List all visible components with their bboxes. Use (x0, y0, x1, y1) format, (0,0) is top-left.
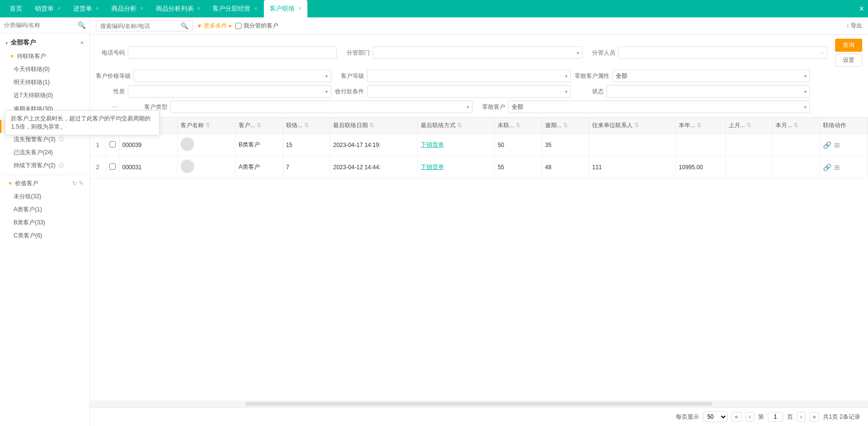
th-contact-person[interactable]: 往来单位联系人⇅ (589, 118, 676, 134)
sidebar-collapse-btn[interactable]: « (80, 39, 84, 46)
sidebar-item-ungrouped[interactable]: 未分组(32) (0, 190, 90, 203)
th-contact[interactable]: 联络...⇅ (283, 118, 330, 134)
customer-type-select[interactable]: ▾ (170, 101, 472, 113)
link-action-icon[interactable]: 🔗 (823, 141, 831, 149)
export-button[interactable]: ↑ 导出 (846, 22, 862, 30)
cell-last-method[interactable]: 下销货单 (417, 134, 494, 156)
filter-search-input[interactable] (100, 23, 181, 29)
sort-icon-type[interactable]: ⇅ (257, 122, 261, 129)
last-method-link[interactable]: 下销货单 (421, 141, 444, 148)
filter-actions: 查询 设置 (835, 39, 862, 67)
phone-input[interactable] (128, 46, 337, 59)
tab-product-analysis-close[interactable]: × (140, 0, 143, 17)
th-last-month[interactable]: 上月...⇅ (725, 118, 773, 134)
filter-search-icon[interactable]: 🔍 (181, 22, 188, 29)
sidebar-item-class-c[interactable]: C类客户(6) (0, 229, 90, 242)
sort-icon-overdue[interactable]: ⇅ (563, 122, 568, 129)
tab-customer-segment[interactable]: 客户分层经营 × (207, 0, 263, 17)
tab-customer-contact[interactable]: 客户联络 × (264, 0, 307, 17)
sort-icon-last-month[interactable]: ⇅ (746, 122, 751, 129)
row-checkbox[interactable] (109, 163, 116, 170)
th-last-contact-date[interactable]: 最后联络日期⇅ (330, 118, 418, 134)
link-action-icon[interactable]: 🔗 (823, 163, 831, 171)
payment-select[interactable]: ▾ (367, 85, 570, 98)
dept-select[interactable]: ▾ (373, 46, 582, 59)
all-customers-header[interactable]: ▪ 全部客户 « (0, 35, 90, 50)
person-select[interactable]: ··· (618, 46, 827, 59)
th-uncontacted[interactable]: 未联...⇅ (495, 118, 542, 134)
page-number-input[interactable] (768, 412, 783, 422)
loss-risk-info-icon[interactable]: ⓘ (59, 136, 64, 142)
horizontal-scrollbar[interactable] (90, 400, 868, 407)
sidebar-item-already-lost[interactable]: 已流失客户(24) (0, 146, 90, 159)
th-this-year[interactable]: 本年...⇅ (676, 118, 726, 134)
tab-sales-close[interactable]: × (58, 0, 61, 17)
tab-product-list-close[interactable]: × (198, 0, 200, 17)
tab-home[interactable]: 首页 (4, 0, 28, 17)
refresh-icon[interactable]: ↻ (72, 180, 77, 187)
cell-checkbox[interactable] (106, 156, 119, 178)
query-button[interactable]: 查询 (835, 39, 862, 52)
person-extra-btn[interactable]: ··· (820, 50, 824, 56)
prev-page-button[interactable]: ‹ (746, 412, 754, 422)
tab-purchase-close[interactable]: × (96, 0, 99, 17)
sparse-customer-select[interactable]: 全部 ▾ (508, 101, 810, 113)
edit-icon[interactable]: ✎ (79, 180, 84, 187)
th-customer-type[interactable]: 客户...⇅ (236, 118, 283, 134)
sort-icon-this-year[interactable]: ⇅ (697, 122, 701, 129)
tri-icon: ▼ (10, 54, 15, 59)
chevron-down-icon: ▾ (228, 23, 231, 29)
global-close-button[interactable]: × (859, 4, 864, 14)
sidebar-search-area: 🔍 (0, 17, 90, 33)
sidebar-search-icon[interactable]: 🔍 (77, 21, 86, 29)
more-conditions-btn[interactable]: ▼ 更多条件 ▾ (197, 22, 231, 30)
th-overdue[interactable]: 逾期...⇅ (542, 118, 589, 134)
continuous-down-info-icon[interactable]: ⓘ (59, 162, 64, 168)
cell-last-date: 2023-04-12 14:44: (330, 156, 418, 178)
gender-select[interactable]: ▾ (128, 85, 331, 98)
row-checkbox[interactable] (109, 141, 116, 147)
first-page-button[interactable]: « (731, 412, 742, 422)
sort-icon-contact-person[interactable]: ⇅ (634, 122, 639, 129)
value-customer-group[interactable]: ▼ 价值客户 ↻ ✎ (0, 177, 90, 190)
grid-action-icon[interactable]: ⊞ (834, 141, 840, 149)
next-page-button[interactable]: › (797, 412, 806, 422)
status-select[interactable]: ▾ (607, 85, 810, 98)
customer-level-select[interactable]: ▾ (367, 70, 570, 82)
cell-checkbox[interactable] (106, 134, 119, 156)
wait-contact-group[interactable]: ▼ 待联络客户 (0, 50, 90, 63)
grid-action-icon[interactable]: ⊞ (834, 163, 840, 171)
price-level-select[interactable]: ▾ (134, 70, 331, 82)
sort-icon-name[interactable]: ⇅ (205, 122, 210, 129)
tab-sales[interactable]: 销货单 × (29, 0, 66, 17)
sort-icon-uncontacted[interactable]: ⇅ (516, 122, 520, 129)
th-name[interactable]: 客户名称⇅ (177, 118, 235, 134)
settings-button[interactable]: 设置 (835, 54, 862, 67)
tab-purchase[interactable]: 进货单 × (67, 0, 105, 17)
sidebar-item-continuous-down[interactable]: 持续下滑客户(2) ⓘ (0, 159, 90, 172)
th-this-month[interactable]: 本月...⇅ (773, 118, 820, 134)
sidebar-item-7days[interactable]: 近7天待联络(0) (0, 89, 90, 102)
sort-icon-this-month[interactable]: ⇅ (793, 122, 798, 129)
my-customer-checkbox-area[interactable]: 我分管的客户 (235, 22, 278, 30)
sidebar-item-today[interactable]: 今天待联络(0) (0, 63, 90, 76)
tab-product-list[interactable]: 商品分析列表 × (150, 0, 206, 17)
cell-last-method[interactable]: 下销货单 (417, 156, 494, 178)
sidebar-search-input[interactable] (4, 22, 77, 29)
last-method-link[interactable]: 下销货单 (421, 163, 444, 170)
sparse-attr-select[interactable]: 全部 ▾ (612, 70, 810, 82)
tab-product-analysis[interactable]: 商品分析 × (106, 0, 149, 17)
adv-filter-row-1: 电话号码 分管部门 ▾ 分管人员 ··· (96, 39, 862, 67)
sidebar-item-class-a[interactable]: A类客户(1) (0, 203, 90, 216)
last-page-button[interactable]: » (809, 412, 820, 422)
sidebar-item-tomorrow[interactable]: 明天待联络(1) (0, 76, 90, 89)
tab-customer-contact-close[interactable]: × (299, 0, 302, 17)
sort-icon-date[interactable]: ⇅ (369, 122, 374, 129)
tab-customer-segment-close[interactable]: × (254, 0, 257, 17)
th-last-contact-method[interactable]: 最后联络方式⇅ (417, 118, 494, 134)
my-customer-checkbox[interactable] (235, 23, 242, 29)
sort-icon-contact[interactable]: ⇅ (304, 122, 309, 129)
per-page-select[interactable]: 50 100 200 (703, 411, 728, 422)
sort-icon-method[interactable]: ⇅ (457, 122, 462, 129)
sidebar-item-class-b[interactable]: B类客户(33) (0, 216, 90, 229)
